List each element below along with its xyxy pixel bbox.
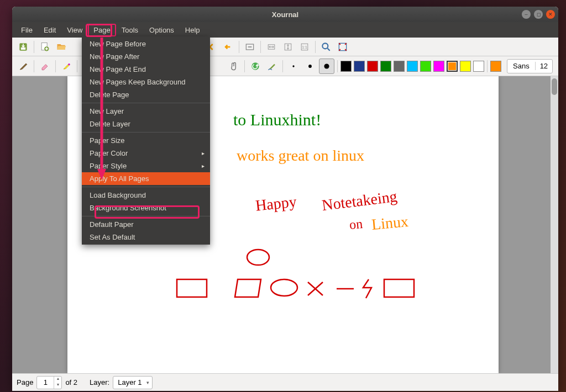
vertical-scrollbar[interactable] [551, 76, 558, 373]
menu-item-paper-color[interactable]: Paper Color [82, 147, 210, 160]
svg-point-18 [271, 279, 297, 296]
highlighter-tool[interactable] [59, 59, 74, 74]
menu-file[interactable]: File [15, 24, 38, 36]
menu-item-new-pages-keep-background[interactable]: New Pages Keep Background [82, 76, 210, 88]
menu-item-apply-to-all-pages[interactable]: Apply To All Pages [82, 172, 210, 185]
hand-tool[interactable] [226, 59, 242, 74]
fit-page-button[interactable] [280, 39, 296, 55]
page-number-input[interactable]: ▲▼ [36, 376, 62, 389]
zoom-100-button[interactable]: 1:1 [297, 39, 312, 55]
menu-item-paper-size[interactable]: Paper Size [82, 134, 210, 147]
maximize-button[interactable]: ◻ [534, 10, 543, 19]
svg-rect-17 [177, 279, 207, 297]
drawn-rect [382, 278, 416, 300]
handwriting-text: to Linuxhint! [233, 110, 321, 129]
drawn-rect [175, 278, 208, 300]
handwriting-text: Happy [255, 193, 298, 215]
font-selector[interactable]: Sans 12 [507, 59, 553, 73]
menu-item-new-page-at-end[interactable]: New Page At End [82, 63, 210, 76]
zoom-out-button[interactable] [242, 39, 258, 55]
menu-help[interactable]: Help [180, 24, 206, 36]
fit-width-button[interactable] [264, 39, 279, 55]
handwriting-text: works great on linux [237, 147, 364, 165]
handwriting-text: on [349, 216, 363, 232]
layer-label: Layer: [90, 378, 109, 386]
menubar: FileEditViewPageToolsOptionsHelp [12, 22, 558, 38]
titlebar: Xournal – ◻ ✕ [12, 7, 558, 22]
menu-item-delete-page[interactable]: Delete Page [82, 88, 210, 101]
page-count-label: of 2 [65, 378, 77, 386]
drawn-ellipse [244, 247, 272, 269]
svg-rect-1 [21, 47, 25, 49]
minimize-button[interactable]: – [522, 10, 531, 19]
font-size: 12 [536, 62, 552, 70]
menu-tools[interactable]: Tools [116, 24, 144, 36]
menu-edit[interactable]: Edit [38, 24, 61, 36]
menu-options[interactable]: Options [144, 24, 180, 36]
color-swatch[interactable] [460, 61, 471, 72]
handwriting-text: Linux [371, 213, 409, 234]
svg-point-13 [292, 65, 294, 67]
scrollbar-thumb[interactable] [552, 78, 557, 95]
close-button[interactable]: ✕ [546, 10, 555, 19]
color-swatch[interactable] [473, 61, 484, 72]
drawn-line [336, 286, 355, 292]
font-name: Sans [507, 62, 536, 70]
menu-item-delete-layer[interactable]: Delete Layer [82, 118, 210, 130]
drawn-x [306, 280, 326, 297]
window-title: Xournal [272, 10, 298, 19]
shape-tool[interactable] [264, 59, 280, 74]
page-menu-dropdown: New Page BeforeNew Page AfterNew Page At… [82, 36, 210, 245]
drawn-parallelogram [233, 278, 264, 300]
menu-item-new-page-after[interactable]: New Page After [82, 50, 210, 63]
svg-point-11 [68, 63, 70, 65]
fullscreen-button[interactable] [335, 39, 350, 55]
color-palette [340, 61, 484, 72]
save-button[interactable] [15, 39, 31, 55]
menu-item-new-page-before[interactable]: New Page Before [82, 38, 210, 50]
statusbar: Page ▲▼ of 2 Layer: Layer 1 [12, 373, 558, 391]
thin-stroke[interactable] [286, 59, 301, 74]
svg-point-9 [322, 43, 328, 49]
menu-page[interactable]: Page [88, 24, 116, 36]
medium-stroke[interactable] [302, 59, 318, 74]
pen-tool[interactable] [15, 59, 31, 74]
color-swatch[interactable] [447, 61, 458, 72]
svg-rect-19 [384, 279, 414, 297]
thick-stroke[interactable] [319, 59, 334, 74]
menu-view[interactable]: View [61, 24, 88, 36]
page-up-arrow[interactable]: ▲ [54, 377, 61, 383]
color-swatch[interactable] [340, 61, 352, 72]
drawn-zigzag [360, 278, 374, 300]
menu-item-new-layer[interactable]: New Layer [82, 105, 210, 118]
open-button[interactable] [54, 39, 69, 55]
menu-item-set-as-default[interactable]: Set As Default [82, 231, 210, 243]
page-number-field[interactable] [37, 378, 54, 386]
svg-point-16 [247, 250, 269, 265]
color-swatch[interactable] [354, 61, 365, 72]
menu-item-default-paper[interactable]: Default Paper [82, 218, 210, 231]
prev-page-button[interactable] [221, 39, 236, 55]
svg-text:1:1: 1:1 [302, 45, 307, 49]
color-swatch[interactable] [407, 61, 418, 72]
menu-item-background-screenshot[interactable]: Background Screenshot [82, 202, 210, 214]
handwriting-text: Notetakeing [321, 188, 399, 214]
zoom-button[interactable] [318, 39, 334, 55]
page-down-arrow[interactable]: ▼ [54, 383, 61, 389]
redo-tool[interactable] [248, 59, 263, 74]
eraser-tool[interactable] [37, 59, 53, 74]
window-controls: – ◻ ✕ [522, 10, 555, 19]
current-color[interactable] [490, 61, 501, 72]
svg-point-14 [308, 65, 312, 68]
color-swatch[interactable] [367, 61, 378, 72]
drawn-ellipse [269, 278, 300, 300]
menu-item-load-background[interactable]: Load Background [82, 189, 210, 202]
layer-selector[interactable]: Layer 1 [113, 376, 152, 389]
color-swatch[interactable] [380, 61, 391, 72]
color-swatch[interactable] [394, 61, 405, 72]
menu-item-paper-style[interactable]: Paper Style [82, 160, 210, 172]
color-swatch[interactable] [420, 61, 431, 72]
new-button[interactable] [37, 39, 53, 55]
color-swatch[interactable] [433, 61, 444, 72]
page-label: Page [17, 378, 33, 386]
